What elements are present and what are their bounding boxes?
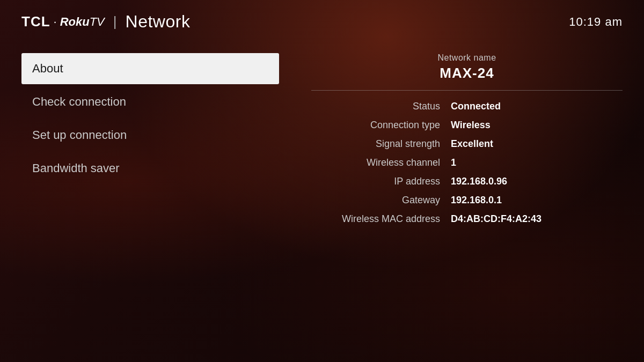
info-row-label: Gateway: [311, 195, 451, 206]
info-row: Gateway192.168.0.1: [311, 191, 623, 210]
menu-item-about[interactable]: About: [21, 53, 279, 84]
main-content: About Check connection Set up connection…: [21, 53, 623, 228]
info-row-label: Wireless MAC address: [311, 213, 451, 225]
info-row: Signal strengthExcellent: [311, 135, 623, 153]
info-row-label: Signal strength: [311, 138, 451, 150]
logo-roku: Roku: [60, 15, 90, 29]
clock: 10:19 am: [569, 15, 623, 29]
header: TCL · Roku TV | Network 10:19 am: [21, 12, 623, 32]
logo-tv: TV: [90, 15, 105, 29]
info-row-value: Connected: [451, 101, 501, 112]
info-row-value: Wireless: [451, 120, 491, 131]
header-divider: |: [113, 13, 117, 30]
info-row-value: Excellent: [451, 138, 493, 150]
menu-item-check-connection[interactable]: Check connection: [21, 86, 279, 117]
info-row-label: IP address: [311, 176, 451, 187]
menu-item-setup-connection[interactable]: Set up connection: [21, 120, 279, 151]
info-row-value: 1: [451, 157, 456, 168]
info-row-label: Status: [311, 101, 451, 112]
logo-area: TCL · Roku TV | Network: [21, 12, 190, 32]
info-table: StatusConnectedConnection typeWirelessSi…: [311, 97, 623, 228]
info-row-value: D4:AB:CD:F4:A2:43: [451, 213, 541, 225]
network-name-value: MAX-24: [311, 65, 623, 82]
info-row-value: 192.168.0.96: [451, 176, 507, 187]
info-row: IP address192.168.0.96: [311, 172, 623, 191]
page-title: Network: [126, 12, 191, 32]
info-row-label: Wireless channel: [311, 157, 451, 168]
network-name-section: Network name MAX-24: [311, 53, 623, 91]
network-name-label: Network name: [311, 53, 623, 63]
info-row-value: 192.168.0.1: [451, 195, 502, 206]
info-row: Wireless channel1: [311, 153, 623, 172]
left-menu: About Check connection Set up connection…: [21, 53, 279, 186]
info-row: Connection typeWireless: [311, 116, 623, 135]
logo-dot: ·: [54, 15, 57, 29]
info-row-label: Connection type: [311, 120, 451, 131]
logo-tcl: TCL: [21, 13, 50, 30]
menu-item-bandwidth-saver[interactable]: Bandwidth saver: [21, 153, 279, 184]
info-panel: Network name MAX-24 StatusConnectedConne…: [311, 53, 623, 228]
info-row: Wireless MAC addressD4:AB:CD:F4:A2:43: [311, 210, 623, 228]
info-row: StatusConnected: [311, 97, 623, 116]
